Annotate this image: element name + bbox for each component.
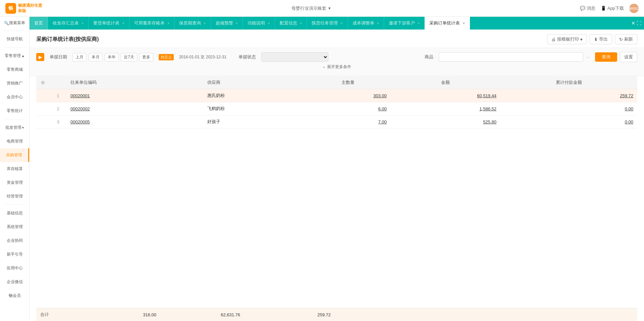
top-bar: 畅 畅捷通好生意 标版 母婴行业演示账套 ▾ 💬 消息 📱 App下载 demo… xyxy=(0,0,644,17)
tab-cost-adjust[interactable]: 成本调整单 × xyxy=(348,17,384,30)
avatar[interactable]: demo2 xyxy=(629,4,639,13)
tab-home[interactable]: 首页 xyxy=(30,17,48,30)
goods-input-wrap: ··· xyxy=(439,52,590,62)
logo-text: 畅捷通好生意 标版 xyxy=(18,3,42,13)
row-quantity-3[interactable]: 7.00 xyxy=(305,115,391,128)
sidebar-item-finance[interactable]: 资金管理 xyxy=(0,176,29,190)
tab-close-cost-adjust[interactable]: × xyxy=(377,21,379,25)
tab-available-inventory[interactable]: 可用量库存账本 × xyxy=(129,17,174,30)
row-amount-3[interactable]: 525.80 xyxy=(391,115,500,128)
row-amount-2[interactable]: 1,586.52 xyxy=(391,102,500,115)
goods-filter-label: 商品 xyxy=(425,54,433,60)
tab-close-pick-tasks[interactable]: × xyxy=(340,21,342,25)
tab-purchase-stats[interactable]: 要货单统计表 × xyxy=(89,17,129,30)
row-supplier-code-2[interactable]: 00020002 xyxy=(66,102,203,115)
sidebar-item-wholesale[interactable]: 批发管理 ▾ xyxy=(0,121,29,135)
top-bar-left: 畅 畅捷通好生意 标版 xyxy=(5,3,42,14)
sidebar-item-appcenter[interactable]: 应用中心 xyxy=(0,261,29,275)
table-header-row: ⚙ 往来单位编码 供应商 主数量 金额 累计付款金额 xyxy=(36,76,637,89)
tab-close-receive-summary[interactable]: × xyxy=(82,21,84,25)
sidebar-item-search[interactable]: 🔍 搜索菜单 xyxy=(0,17,29,29)
goods-input[interactable] xyxy=(439,52,584,62)
message-icon: 💬 xyxy=(580,6,585,11)
sidebar-item-quicknav[interactable]: 快捷导航 xyxy=(0,32,29,46)
sidebar-item-purchase[interactable]: 采购管理 xyxy=(0,148,29,162)
logo-area: 畅 畅捷通好生意 标版 xyxy=(5,3,42,14)
refresh-button[interactable]: ↻ 刷新 xyxy=(615,34,637,44)
app-download-button[interactable]: 📱 App下载 xyxy=(601,5,624,11)
date-btn-7days[interactable]: 近7天 xyxy=(121,53,137,61)
maximize-icon[interactable]: ⛶ xyxy=(637,20,641,26)
filter-row-1: ▶ 单据日期 上月 本月 本年 近7天 更多 自定义 2016-01-01 至 … xyxy=(36,52,637,62)
tab-close-overstock-warning[interactable]: × xyxy=(236,21,238,25)
col-paid-amount: 累计付款金额 xyxy=(500,76,637,89)
message-button[interactable]: 💬 消息 xyxy=(580,5,595,11)
goods-more-icon[interactable]: ··· xyxy=(586,55,590,60)
row-quantity-1[interactable]: 303.00 xyxy=(305,89,391,102)
tab-close-invite-downstream[interactable]: × xyxy=(418,21,420,25)
sidebar-item-retail[interactable]: 零售管理 ▲ xyxy=(0,49,29,63)
date-custom-tag: 自定义 xyxy=(159,54,174,60)
tab-pick-tasks[interactable]: 拣货任务管理 × xyxy=(307,17,347,30)
tab-close-purchase-stats[interactable]: × xyxy=(122,21,124,25)
retail-expand-icon: ▲ xyxy=(21,54,25,58)
tab-purchase-order-stats[interactable]: 采购订单统计表 × xyxy=(425,17,470,30)
sidebar-item-marketing[interactable]: 营销推广 xyxy=(0,76,29,90)
download-icon: 📱 xyxy=(601,6,606,11)
sidebar-item-inventory[interactable]: 库存核算 xyxy=(0,162,29,176)
sidebar-item-vip[interactable]: 畅会员 xyxy=(0,289,29,303)
tab-close-purchase-order-stats[interactable]: × xyxy=(463,21,465,25)
sidebar-item-operations[interactable]: 经营管理 xyxy=(0,190,29,203)
tab-close-available-inventory[interactable]: × xyxy=(167,21,169,25)
print-button[interactable]: 🖨 按模板打印 ▾ xyxy=(547,34,587,44)
col-amount: 金额 xyxy=(391,76,500,89)
row-settings-2 xyxy=(36,102,50,115)
sidebar-item-system[interactable]: 系统管理 xyxy=(0,220,29,234)
tab-receive-summary[interactable]: 收发存汇总表 × xyxy=(48,17,89,30)
sidebar-item-ecommerce[interactable]: 电商管理 xyxy=(0,135,29,148)
search-button[interactable]: 查询 xyxy=(595,52,617,62)
row-supplier-code-1[interactable]: 00020001 xyxy=(66,89,203,102)
sidebar-item-enterprise[interactable]: 企业协同 xyxy=(0,234,29,248)
sidebar-item-wechat[interactable]: 企业微信 xyxy=(0,275,29,289)
date-btn-this-month[interactable]: 本月 xyxy=(89,53,103,61)
date-btn-more[interactable]: 更多 xyxy=(139,53,153,61)
tab-close-config-info[interactable]: × xyxy=(300,21,302,25)
close-all-tabs-icon[interactable]: ✕ xyxy=(631,20,635,26)
tab-overstock-warning[interactable]: 超储预警 × xyxy=(211,17,243,30)
row-amount-1[interactable]: 60,519.44 xyxy=(391,89,500,102)
tab-invite-downstream[interactable]: 邀请下游客户 × xyxy=(384,17,425,30)
status-select[interactable] xyxy=(261,52,328,62)
sidebar-item-basic[interactable]: 基础信息 xyxy=(0,206,29,220)
sidebar-item-members[interactable]: 会员中心 xyxy=(0,90,29,104)
sidebar-item-retail-stats[interactable]: 零售统计 xyxy=(0,104,29,118)
export-icon: ⬇ xyxy=(594,37,598,42)
export-button[interactable]: ⬇ 导出 xyxy=(590,34,612,44)
filter-expand-button[interactable]: ⌄ 展开更多条件 xyxy=(36,62,637,72)
nav-tabs: 首页 收发存汇总表 × 要货单统计表 × 可用量库存账本 × 保质期查询 × 超… xyxy=(30,17,644,30)
date-btn-last-month[interactable]: 上月 xyxy=(72,53,87,61)
filter-toggle-button[interactable]: ▶ xyxy=(36,53,44,61)
row-quantity-2[interactable]: 6.00 xyxy=(305,102,391,115)
col-settings: ⚙ xyxy=(36,76,50,89)
logo-icon: 畅 xyxy=(5,3,16,14)
tab-expiry-query[interactable]: 保质期查询 × xyxy=(174,17,211,30)
page-title: 采购订单统计表(按供应商) xyxy=(36,36,99,43)
sidebar-item-newbie[interactable]: 新手引导 xyxy=(0,248,29,261)
settings-button[interactable]: 设置 xyxy=(620,52,637,62)
tab-config-info[interactable]: 配置信息 × xyxy=(275,17,307,30)
gear-icon[interactable]: ⚙ xyxy=(41,80,45,85)
row-paid-amount-3[interactable]: 0.00 xyxy=(500,115,637,128)
tab-close-function-desc[interactable]: × xyxy=(268,21,270,25)
workspace-selector[interactable]: 母婴行业演示账套 ▾ xyxy=(291,5,331,11)
row-paid-amount-1[interactable]: 259.72 xyxy=(500,89,637,102)
sidebar-divider-1 xyxy=(4,31,25,31)
date-range-display: 2016-01-01 至 2023-12-31 xyxy=(179,54,226,60)
row-paid-amount-2[interactable]: 0.00 xyxy=(500,102,637,115)
main-layout: 🔍 搜索菜单 快捷导航 零售管理 ▲ 零售商城 营销推广 会员中心 零售统计 批… xyxy=(0,17,644,321)
tab-function-desc[interactable]: 功能说明 × xyxy=(243,17,275,30)
tab-close-expiry-query[interactable]: × xyxy=(204,21,206,25)
sidebar-item-retail-shop[interactable]: 零售商城 xyxy=(0,63,29,76)
date-btn-this-year[interactable]: 本年 xyxy=(105,53,119,61)
row-supplier-code-3[interactable]: 00020005 xyxy=(66,115,203,128)
